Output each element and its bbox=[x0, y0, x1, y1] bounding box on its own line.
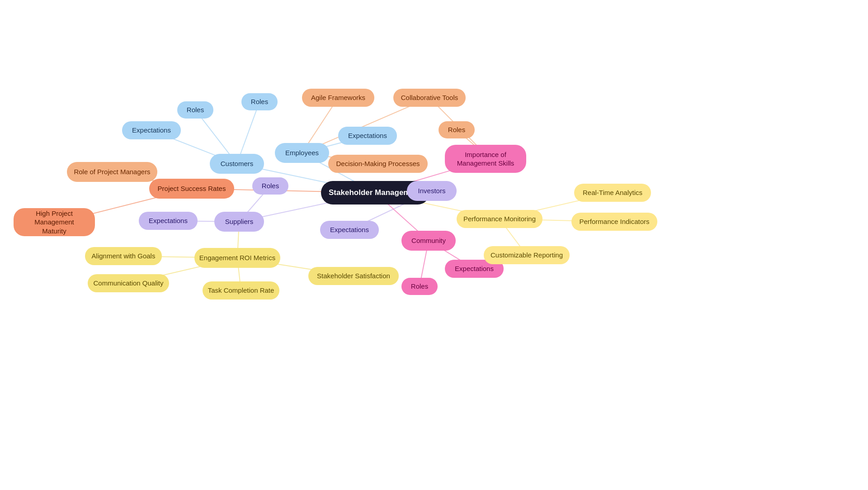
node-project-success[interactable]: Project Success Rates bbox=[149, 179, 234, 199]
node-expectations-sup[interactable]: Expectations bbox=[139, 212, 198, 230]
node-community[interactable]: Community bbox=[401, 231, 456, 251]
node-investors[interactable]: Investors bbox=[407, 181, 457, 201]
node-engagement-roi[interactable]: Engagement ROI Metrics bbox=[194, 248, 280, 268]
node-comm-quality[interactable]: Communication Quality bbox=[88, 274, 169, 292]
node-suppliers[interactable]: Suppliers bbox=[214, 212, 264, 232]
node-agile[interactable]: Agile Frameworks bbox=[302, 89, 374, 107]
node-task-completion[interactable]: Task Completion Rate bbox=[203, 281, 279, 300]
node-expectations-emp[interactable]: Expectations bbox=[338, 127, 397, 145]
node-perf-indicators[interactable]: Performance Indicators bbox=[571, 213, 657, 231]
node-importance-mgmt[interactable]: Importance of Management Skills bbox=[445, 145, 526, 173]
node-roles-sup[interactable]: Roles bbox=[252, 177, 288, 195]
mindmap-container: Stakeholder ManagementHigh Project Manag… bbox=[0, 0, 868, 490]
node-role-pm[interactable]: Role of Project Managers bbox=[67, 162, 157, 182]
node-high-pm[interactable]: High Project Management Maturity bbox=[14, 208, 95, 236]
node-customizable[interactable]: Customizable Reporting bbox=[484, 246, 570, 264]
node-realtime[interactable]: Real-Time Analytics bbox=[574, 184, 651, 202]
node-perf-monitoring[interactable]: Performance Monitoring bbox=[457, 210, 542, 228]
node-stakeholder-sat[interactable]: Stakeholder Satisfaction bbox=[308, 267, 399, 285]
node-expectations-cust[interactable]: Expectations bbox=[122, 121, 181, 139]
node-alignment[interactable]: Alignment with Goals bbox=[85, 247, 162, 265]
node-expectations-inv[interactable]: Expectations bbox=[320, 221, 379, 239]
node-collab-tools[interactable]: Collaborative Tools bbox=[393, 89, 466, 107]
node-customers[interactable]: Customers bbox=[210, 154, 264, 174]
node-roles-cust1[interactable]: Roles bbox=[177, 101, 213, 119]
node-decision[interactable]: Decision-Making Processes bbox=[328, 155, 428, 173]
node-roles-cust2[interactable]: Roles bbox=[241, 93, 278, 110]
node-roles-inv[interactable]: Roles bbox=[439, 121, 475, 138]
node-employees[interactable]: Employees bbox=[275, 143, 329, 163]
node-roles-comm[interactable]: Roles bbox=[401, 278, 438, 295]
